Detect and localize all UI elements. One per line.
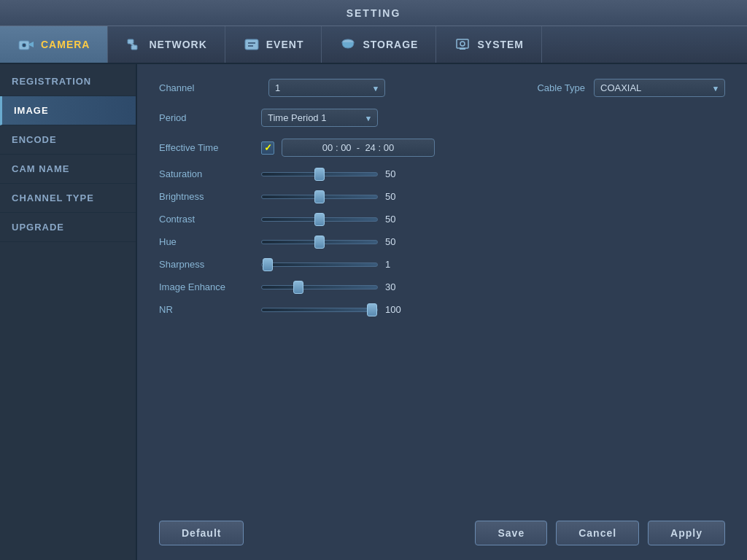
cancel-button[interactable]: Cancel bbox=[556, 521, 639, 545]
svg-point-12 bbox=[460, 42, 465, 46]
image-enhance-slider[interactable] bbox=[261, 285, 378, 289]
nr-slider-container: 100 bbox=[261, 304, 407, 315]
period-select-wrapper: Time Period 1 Time Period 2 ▼ bbox=[261, 109, 378, 127]
saturation-slider[interactable] bbox=[261, 172, 378, 176]
sidebar-item-camname[interactable]: CAM NAME bbox=[0, 155, 136, 184]
channel-select[interactable]: 1 2 3 4 bbox=[268, 79, 385, 97]
nav-system[interactable]: SYSTEM bbox=[436, 26, 542, 63]
apply-button[interactable]: Apply bbox=[648, 521, 725, 545]
hue-label: Hue bbox=[159, 236, 261, 247]
sharpness-slider-container: 1 bbox=[261, 259, 407, 270]
system-icon bbox=[454, 36, 471, 53]
nav-event-label: EVENT bbox=[266, 39, 304, 50]
svg-rect-6 bbox=[245, 39, 258, 50]
sharpness-value: 1 bbox=[385, 259, 407, 270]
sharpness-row: Sharpness 1 bbox=[159, 259, 725, 270]
nav-network[interactable]: NETWORK bbox=[108, 26, 225, 63]
period-select[interactable]: Time Period 1 Time Period 2 bbox=[261, 109, 378, 127]
sidebar-item-channeltype[interactable]: CHANNEL TYPE bbox=[0, 184, 136, 213]
svg-rect-3 bbox=[128, 39, 133, 44]
cable-type-group: Cable Type COAXIAL UTP ▼ bbox=[537, 79, 725, 97]
effective-time-input[interactable] bbox=[282, 139, 435, 157]
content-area: Channel 1 2 3 4 ▼ Cable Type COAXIAL bbox=[137, 64, 747, 560]
period-row: Period Time Period 1 Time Period 2 ▼ bbox=[159, 109, 725, 127]
nr-slider[interactable] bbox=[261, 308, 378, 312]
storage-icon bbox=[339, 36, 357, 53]
channel-select-wrapper: 1 2 3 4 ▼ bbox=[268, 79, 385, 97]
nav-camera-label: CAMERA bbox=[41, 39, 90, 50]
image-enhance-value: 30 bbox=[385, 281, 407, 292]
svg-rect-10 bbox=[457, 39, 468, 48]
svg-marker-1 bbox=[29, 42, 34, 47]
brightness-slider-container: 50 bbox=[261, 191, 407, 202]
sidebar-item-encode[interactable]: ENCODE bbox=[0, 125, 136, 155]
nav-storage[interactable]: STORAGE bbox=[322, 26, 436, 63]
saturation-row: Saturation 50 bbox=[159, 168, 725, 179]
channel-cable-row: Channel 1 2 3 4 ▼ Cable Type COAXIAL bbox=[159, 79, 725, 97]
saturation-value: 50 bbox=[385, 168, 407, 179]
sharpness-label: Sharpness bbox=[159, 259, 261, 270]
brightness-slider[interactable] bbox=[261, 195, 378, 199]
hue-value: 50 bbox=[385, 236, 407, 247]
title-text: SETTING bbox=[347, 7, 401, 19]
sharpness-slider[interactable] bbox=[261, 262, 378, 267]
svg-rect-4 bbox=[131, 45, 137, 50]
contrast-label: Contrast bbox=[159, 214, 261, 225]
svg-line-5 bbox=[131, 44, 134, 45]
hue-row: Hue 50 bbox=[159, 236, 725, 247]
camera-icon bbox=[18, 36, 35, 53]
saturation-slider-container: 50 bbox=[261, 168, 407, 179]
brightness-value: 50 bbox=[385, 191, 407, 202]
action-buttons: Save Cancel Apply bbox=[475, 521, 725, 545]
hue-slider-container: 50 bbox=[261, 236, 407, 247]
svg-point-2 bbox=[22, 43, 26, 47]
title-bar: SETTING bbox=[0, 0, 747, 26]
nr-label: NR bbox=[159, 304, 261, 315]
image-enhance-slider-container: 30 bbox=[261, 281, 407, 292]
nr-value: 100 bbox=[385, 304, 407, 315]
period-label: Period bbox=[159, 112, 261, 123]
event-icon bbox=[243, 36, 260, 53]
svg-rect-11 bbox=[460, 48, 465, 50]
contrast-slider-container: 50 bbox=[261, 214, 407, 225]
default-button[interactable]: Default bbox=[159, 521, 244, 545]
effective-time-row: Effective Time bbox=[159, 139, 725, 157]
sidebar-item-image[interactable]: IMAGE bbox=[0, 96, 136, 125]
bottom-bar: Default Save Cancel Apply bbox=[159, 506, 725, 545]
save-button[interactable]: Save bbox=[475, 521, 547, 545]
effective-time-control bbox=[261, 139, 435, 157]
network-icon bbox=[125, 36, 143, 53]
effective-time-checkbox[interactable] bbox=[261, 141, 274, 155]
nav-camera[interactable]: CAMERA bbox=[0, 26, 108, 63]
sidebar-item-registration[interactable]: REGISTRATION bbox=[0, 67, 136, 96]
sidebar-item-upgrade[interactable]: UPGRADE bbox=[0, 213, 136, 242]
brightness-row: Brightness 50 bbox=[159, 191, 725, 202]
effective-time-label: Effective Time bbox=[159, 142, 261, 153]
channel-label: Channel bbox=[159, 82, 261, 93]
nav-network-label: NETWORK bbox=[149, 39, 206, 50]
cable-type-select-wrapper: COAXIAL UTP ▼ bbox=[594, 79, 725, 97]
top-nav: CAMERA NETWORK EVENT STORA bbox=[0, 26, 747, 64]
cable-type-label: Cable Type bbox=[537, 82, 585, 93]
contrast-slider[interactable] bbox=[261, 217, 378, 222]
contrast-row: Contrast 50 bbox=[159, 214, 725, 225]
cable-type-select[interactable]: COAXIAL UTP bbox=[594, 79, 725, 97]
main-layout: REGISTRATION IMAGE ENCODE CAM NAME CHANN… bbox=[0, 64, 747, 560]
image-enhance-row: Image Enhance 30 bbox=[159, 281, 725, 292]
contrast-value: 50 bbox=[385, 214, 407, 225]
channel-group: Channel 1 2 3 4 ▼ bbox=[159, 79, 385, 97]
saturation-label: Saturation bbox=[159, 168, 261, 179]
nav-event[interactable]: EVENT bbox=[225, 26, 322, 63]
hue-slider[interactable] bbox=[261, 240, 378, 244]
sidebar: REGISTRATION IMAGE ENCODE CAM NAME CHANN… bbox=[0, 64, 137, 560]
nav-storage-label: STORAGE bbox=[363, 39, 418, 50]
image-enhance-label: Image Enhance bbox=[159, 281, 261, 292]
brightness-label: Brightness bbox=[159, 191, 261, 202]
nr-row: NR 100 bbox=[159, 304, 725, 315]
nav-system-label: SYSTEM bbox=[477, 39, 524, 50]
